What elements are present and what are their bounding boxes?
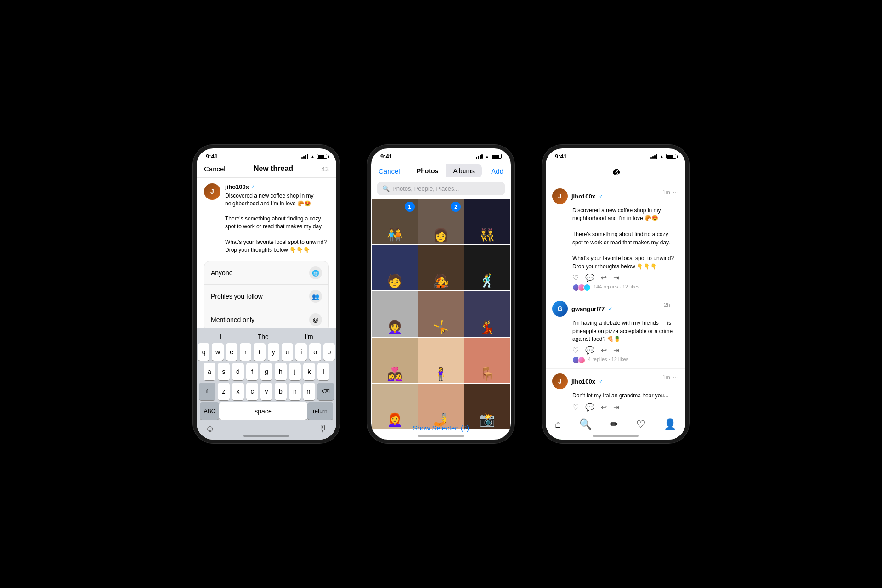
key-i[interactable]: i (295, 343, 307, 361)
key-w[interactable]: w (212, 343, 223, 361)
key-e[interactable]: e (226, 343, 237, 361)
photo-cell-15[interactable]: 📸 (464, 384, 510, 430)
suggestion-1[interactable]: I (220, 333, 221, 340)
key-x[interactable]: x (232, 383, 244, 400)
more-options-3[interactable]: ··· (673, 373, 679, 382)
photo-cell-5[interactable]: 🧑‍🎤 (418, 245, 464, 291)
key-r[interactable]: r (240, 343, 251, 361)
photo-cell-14[interactable]: 🤳 (418, 384, 464, 430)
more-options-1[interactable]: ··· (673, 188, 679, 197)
abc-key[interactable]: ABC (200, 402, 219, 420)
key-h[interactable]: h (275, 363, 287, 380)
feed-username-1[interactable]: jiho100x (571, 193, 595, 200)
photo-cell-12[interactable]: 🪑 (464, 338, 510, 383)
photo-cell-10[interactable]: 👩‍❤️‍👩 (372, 338, 418, 383)
home-indicator-2 (418, 435, 464, 437)
like-button-2[interactable]: ♡ (572, 346, 579, 355)
key-l[interactable]: l (317, 363, 329, 380)
home-indicator-3 (593, 435, 639, 437)
share-button-2[interactable]: ⇥ (613, 346, 619, 355)
repost-button-1[interactable]: ↩ (601, 273, 607, 282)
key-b[interactable]: b (275, 383, 287, 400)
key-y[interactable]: y (268, 343, 279, 361)
post-text[interactable]: Discovered a new coffee shop in my neigh… (225, 192, 329, 254)
photo-search[interactable]: 🔍 Photos, People, Places... (377, 182, 505, 195)
comment-button-1[interactable]: 💬 (585, 273, 594, 282)
reply-option-anyone[interactable]: Anyone 🌐 (204, 261, 328, 285)
feed-meta-2: 2h ··· (664, 301, 679, 309)
repost-button-2[interactable]: ↩ (601, 346, 607, 355)
return-key[interactable]: return (307, 402, 333, 420)
follow-icon: 👥 (309, 290, 322, 303)
abc-label: ABC (204, 408, 215, 414)
key-q[interactable]: q (198, 343, 209, 361)
keyboard-bottom-row: ABC space return (198, 402, 335, 420)
feed-username-3[interactable]: jiho100x (571, 378, 595, 385)
search-nav-button[interactable]: 🔍 (577, 417, 594, 432)
show-selected-button[interactable]: Show Selected (2) (413, 424, 469, 432)
comment-button-2[interactable]: 💬 (585, 346, 594, 355)
like-button-3[interactable]: ♡ (572, 403, 579, 412)
cancel-button[interactable]: Cancel (204, 165, 226, 173)
key-u[interactable]: u (282, 343, 293, 361)
compose-nav-button[interactable]: ✏ (608, 417, 620, 432)
feed-username-2[interactable]: gwangurl77 (571, 305, 605, 312)
photo-cancel-button[interactable]: Cancel (379, 167, 400, 175)
key-t[interactable]: t (254, 343, 265, 361)
share-button-1[interactable]: ⇥ (613, 273, 619, 282)
key-o[interactable]: o (309, 343, 321, 361)
reply-option-mentioned[interactable]: Mentioned only @ (204, 308, 328, 331)
key-f[interactable]: f (246, 363, 258, 380)
mentioned-label: Mentioned only (211, 316, 254, 323)
key-j[interactable]: j (289, 363, 301, 380)
battery-icon-3 (666, 154, 676, 159)
feed-user-jiho2: J jiho100x ✓ (552, 373, 603, 389)
emoji-button[interactable]: ☺ (202, 422, 218, 436)
key-k[interactable]: k (303, 363, 315, 380)
photo-cell-8[interactable]: 🤸 (418, 291, 464, 337)
photo-cell-7[interactable]: 👩‍🦱 (372, 291, 418, 337)
repost-button-3[interactable]: ↩ (601, 403, 607, 412)
delete-key[interactable]: ⌫ (317, 383, 334, 400)
photo-cell-11[interactable]: 🧍‍♀️ (418, 338, 464, 383)
reply-option-following[interactable]: Profiles you follow 👥 (204, 285, 328, 308)
suggestion-3[interactable]: I'm (305, 333, 313, 340)
space-key[interactable]: space (219, 402, 307, 420)
albums-tab[interactable]: Albums (446, 164, 482, 177)
verified-3: ✓ (599, 379, 603, 384)
photo-cell-4[interactable]: 🧑 (372, 245, 418, 291)
home-nav-button[interactable]: ⌂ (553, 417, 563, 432)
key-p[interactable]: p (323, 343, 335, 361)
photo-cell-1[interactable]: 🧑‍🤝‍🧑 1 (372, 199, 418, 244)
photos-tab[interactable]: Photos (409, 164, 446, 177)
suggestion-2[interactable]: The (258, 333, 269, 340)
key-g[interactable]: g (260, 363, 272, 380)
photo-cell-2[interactable]: 👩 2 (418, 199, 464, 244)
photo-cell-6[interactable]: 🕺 (464, 245, 510, 291)
key-c[interactable]: c (246, 383, 258, 400)
photo-cell-13[interactable]: 👩‍🦰 (372, 384, 418, 430)
photo-badge-1: 1 (405, 202, 415, 212)
shift-key[interactable]: ⇧ (199, 383, 215, 400)
photo-cell-3[interactable]: 👯 (464, 199, 510, 244)
key-z[interactable]: z (218, 383, 230, 400)
key-d[interactable]: d (232, 363, 244, 380)
key-m[interactable]: m (303, 383, 315, 400)
more-options-2[interactable]: ··· (673, 301, 679, 309)
key-s[interactable]: s (218, 363, 230, 380)
profile-nav-button[interactable]: 👤 (662, 417, 678, 432)
search-icon: 🔍 (382, 185, 390, 192)
new-thread-title: New thread (254, 164, 293, 173)
key-a[interactable]: a (204, 363, 215, 380)
comment-button-3[interactable]: 💬 (585, 403, 594, 412)
reply-avatars-1: 144 replies · 12 likes (572, 284, 679, 291)
add-button[interactable]: Add (491, 167, 503, 175)
photo-cell-9[interactable]: 💃 (464, 291, 510, 337)
share-button-3[interactable]: ⇥ (613, 403, 619, 412)
key-n[interactable]: n (289, 383, 301, 400)
microphone-button[interactable]: 🎙 (315, 422, 331, 436)
like-button-1[interactable]: ♡ (572, 273, 579, 282)
likes-nav-button[interactable]: ♡ (634, 417, 647, 432)
key-v[interactable]: v (260, 383, 272, 400)
keyboard-row-3: ⇧ z x c v b n m ⌫ (198, 383, 335, 400)
